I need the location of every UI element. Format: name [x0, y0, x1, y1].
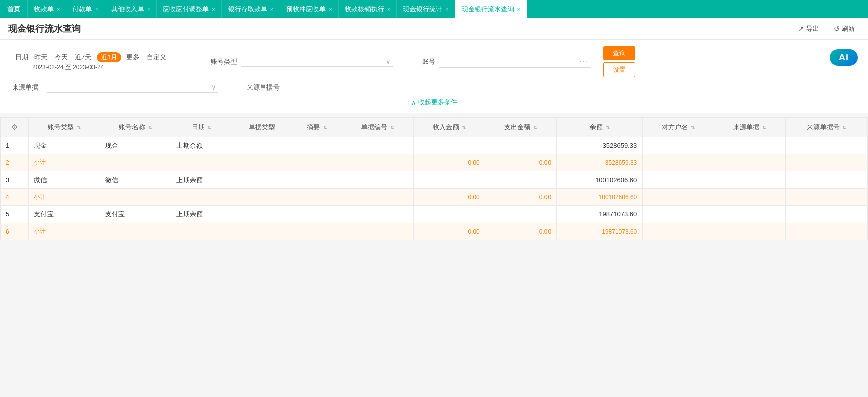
col-balance: 余额 ⇅: [557, 118, 643, 137]
table-cell: 支付宝: [28, 206, 100, 223]
table-cell: 0.00: [485, 189, 556, 206]
close-icon[interactable]: ×: [445, 6, 448, 12]
table-cell: [643, 171, 714, 189]
settings-button[interactable]: 设置: [603, 62, 635, 77]
account-input[interactable]: ···: [439, 56, 591, 68]
table-cell: [342, 206, 413, 223]
filter-row-source: 来源单据 ∨ 来源单据号: [8, 82, 860, 93]
table-cell: 0.00: [485, 223, 556, 240]
close-icon[interactable]: ×: [212, 6, 215, 12]
table-cell: -3528659.33: [557, 154, 643, 171]
collapse-button[interactable]: ∧ 收起更多条件: [8, 98, 860, 107]
table-cell: [100, 189, 171, 206]
nav-tab-应收应付调整单[interactable]: 应收应付调整单×: [157, 0, 221, 18]
table-cell: [171, 189, 232, 206]
col-account-type: 账号类型 ⇅: [28, 118, 100, 137]
nav-tab-收款单[interactable]: 收款单×: [28, 0, 66, 18]
nav-tab-label: 现金银行流水查询: [462, 5, 514, 14]
table-cell: [643, 206, 714, 223]
table-cell: [643, 223, 714, 240]
col-source-doc-no: 来源单据号 ⇅: [786, 118, 868, 137]
table-cell: [414, 137, 485, 154]
table-cell: [100, 154, 171, 171]
date-shortcut-更多[interactable]: 更多: [124, 52, 142, 62]
close-icon[interactable]: ×: [95, 6, 98, 12]
table-cell: [485, 206, 556, 223]
home-label: 首页: [7, 5, 20, 14]
table-cell: [643, 137, 714, 154]
table-row: 5支付宝支付宝上期余额19871073.60: [1, 206, 868, 223]
table-cell: [232, 189, 292, 206]
table-cell: 5: [1, 206, 29, 223]
nav-home[interactable]: 首页: [0, 0, 28, 18]
close-icon[interactable]: ×: [329, 6, 332, 12]
date-shortcut-近7天[interactable]: 近7天: [73, 52, 94, 62]
table-cell: [232, 154, 292, 171]
col-income: 收入金额 ⇅: [414, 118, 485, 137]
nav-tab-付款单[interactable]: 付款单×: [66, 0, 105, 18]
table-header-row: ⚙ 账号类型 ⇅ 账号名称 ⇅ 日期 ⇅ 单据类型 摘要 ⇅ 单据编号 ⇅ 收入…: [1, 118, 868, 137]
account-label: 账号: [421, 57, 435, 66]
date-shortcut-近1月[interactable]: 近1月: [97, 52, 121, 62]
source-doc-select[interactable]: ∨: [47, 82, 218, 93]
table-cell: 小计: [28, 154, 100, 171]
table-cell: 微信: [100, 171, 171, 189]
date-shortcut-今天[interactable]: 今天: [53, 52, 70, 62]
top-nav: 首页 收款单×付款单×其他收入单×应收应付调整单×银行存取款单×预收冲应收单×收…: [0, 0, 868, 18]
account-type-label: 账号类型: [207, 57, 237, 66]
table-cell: 0.00: [485, 154, 556, 171]
table-row: 2小计0.000.00-3528659.33: [1, 154, 868, 171]
table-cell: 现金: [28, 137, 100, 154]
nav-tab-收款核销执行[interactable]: 收款核销执行×: [339, 0, 397, 18]
table-cell: [342, 171, 413, 189]
refresh-button[interactable]: ↺ 刷新: [829, 22, 860, 35]
ai-badge[interactable]: Ai: [830, 49, 858, 66]
close-icon[interactable]: ×: [270, 6, 273, 12]
table-cell: 0.00: [414, 189, 485, 206]
table-cell: [414, 206, 485, 223]
nav-tab-现金银行统计[interactable]: 现金银行统计×: [397, 0, 455, 18]
date-shortcuts: 昨天今天近7天近1月更多自定义: [32, 52, 168, 62]
table-cell: [232, 137, 292, 154]
table-cell: 1: [1, 137, 29, 154]
export-button[interactable]: ↗ 导出: [793, 22, 825, 35]
source-doc-no-input[interactable]: [288, 86, 460, 89]
date-label: 日期: [8, 53, 28, 62]
table-cell: -3528659.33: [557, 137, 643, 154]
query-button[interactable]: 查询: [603, 46, 635, 60]
page-title: 现金银行流水查询: [8, 23, 81, 35]
column-settings-icon[interactable]: ⚙: [11, 123, 18, 131]
col-settings[interactable]: ⚙: [1, 118, 29, 137]
table-cell: 6: [1, 223, 29, 240]
nav-tab-银行存取款单[interactable]: 银行存取款单×: [222, 0, 280, 18]
table-row: 6小计0.000.0019871073.60: [1, 223, 868, 240]
nav-tab-预收冲应收单[interactable]: 预收冲应收单×: [280, 0, 338, 18]
table-row: 4小计0.000.00100102606.60: [1, 189, 868, 206]
table-cell: [100, 223, 171, 240]
col-expense: 支出金额 ⇅: [485, 118, 556, 137]
account-dots-icon[interactable]: ···: [579, 57, 589, 66]
table-cell: [786, 171, 868, 189]
nav-tab-label: 现金银行统计: [403, 5, 442, 14]
table-cell: 上期余额: [171, 206, 232, 223]
nav-tab-其他收入单[interactable]: 其他收入单×: [105, 0, 157, 18]
table-cell: [232, 206, 292, 223]
col-counterparty: 对方户名 ⇅: [643, 118, 714, 137]
refresh-label: 刷新: [842, 24, 855, 33]
close-icon[interactable]: ×: [147, 6, 150, 12]
header-actions: ↗ 导出 ↺ 刷新: [793, 22, 860, 35]
close-icon[interactable]: ×: [517, 6, 520, 12]
nav-tab-label: 收款单: [34, 5, 54, 14]
table-cell: [171, 154, 232, 171]
table-cell: [292, 137, 342, 154]
date-shortcut-自定义[interactable]: 自定义: [145, 52, 168, 62]
source-doc-no-label: 来源单据号: [247, 83, 280, 92]
account-type-chevron-icon: ∨: [386, 58, 391, 65]
nav-tab-现金银行流水查询[interactable]: 现金银行流水查询×: [455, 0, 527, 18]
close-icon[interactable]: ×: [57, 6, 60, 12]
table-cell: [292, 171, 342, 189]
close-icon[interactable]: ×: [387, 6, 390, 12]
table-cell: [714, 189, 785, 206]
account-type-select[interactable]: ∨: [241, 57, 393, 67]
date-shortcut-昨天[interactable]: 昨天: [32, 52, 50, 62]
